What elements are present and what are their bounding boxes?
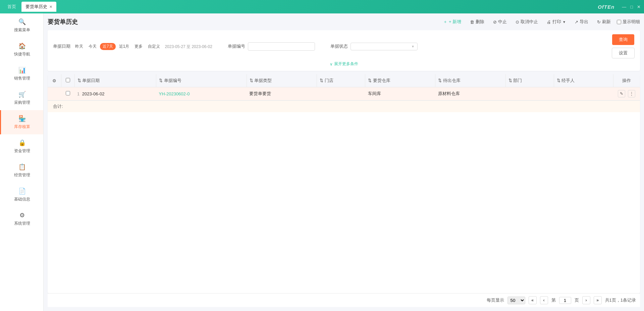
cancel-stop-button[interactable]: ⊙ 取消中止 — [513, 17, 541, 26]
row-index: 1 — [77, 91, 79, 96]
row-checkbox[interactable] — [66, 91, 70, 95]
table-header-row: ⚙ ⇅ 单据日期 ⇅ 单据编号 ⇅ 单据类型 — [48, 74, 640, 87]
show-detail-label: 显示明细 — [623, 19, 640, 25]
date-shortcut-yesterday[interactable]: 昨天 — [73, 43, 85, 50]
sidebar-item-quick-nav[interactable]: 🏠 快捷导航 — [0, 38, 43, 62]
filter-doc-no: 单据编号 — [228, 42, 315, 51]
print-dropdown-icon: ▼ — [562, 20, 566, 24]
sidebar-item-finance-mgmt[interactable]: 🔒 资金管理 — [0, 134, 43, 159]
table-body: 1 2023-06-02 YH-20230602-0 要货单要货 车间库 原材料… — [48, 87, 640, 100]
top-bar: 首页 要货单历史 ✕ OfTEn — □ ✕ — [0, 0, 644, 13]
close-btn[interactable]: ✕ — [637, 4, 641, 9]
row-pending-warehouse: 原材料仓库 — [435, 87, 505, 100]
setting-icon[interactable]: ⚙ — [52, 78, 56, 83]
filter-date: 单据日期 昨天 今天 近7天 近1月 更多 自定义 2023-05-27 至 2… — [53, 43, 212, 50]
table-row[interactable]: 1 2023-06-02 YH-20230602-0 要货单要货 车间库 原材料… — [48, 87, 640, 100]
main-table: ⚙ ⇅ 单据日期 ⇅ 单据编号 ⇅ 单据类型 — [48, 74, 640, 100]
finance-mgmt-icon: 🔒 — [18, 139, 26, 146]
expand-more-button[interactable]: ∨ 展开更多条件 — [330, 61, 358, 67]
tab-requisition-history[interactable]: 要货单历史 ✕ — [21, 2, 56, 12]
sidebar-item-inventory-calc[interactable]: 🏪 库存核算 — [0, 110, 43, 134]
show-detail-toggle[interactable]: 显示明细 — [617, 19, 640, 25]
footer-label: 合计: — [53, 104, 63, 109]
select-all-checkbox[interactable] — [66, 78, 70, 82]
date-shortcut-today[interactable]: 今天 — [87, 43, 99, 50]
last-page-button[interactable]: » — [594, 296, 602, 304]
tab-home[interactable]: 首页 — [3, 2, 20, 12]
ops-mgmt-icon: 📋 — [18, 163, 26, 171]
first-page-button[interactable]: « — [529, 296, 537, 304]
delete-icon: 🗑 — [470, 19, 474, 25]
prev-page-button[interactable]: ‹ — [540, 296, 548, 304]
col-handler-label: ⇅ 经手人 — [557, 78, 575, 83]
row-req-warehouse: 车间库 — [365, 87, 435, 100]
expand-more-label: 展开更多条件 — [334, 61, 358, 67]
row-edit-icon[interactable]: ✎ — [618, 90, 625, 97]
stop-button[interactable]: ⊘ 中止 — [490, 17, 509, 26]
export-button[interactable]: ↗ 导出 — [572, 17, 591, 26]
cancel-stop-icon: ⊙ — [516, 19, 519, 25]
status-select[interactable]: ▼ — [351, 43, 418, 50]
filter-area: 单据日期 昨天 今天 近7天 近1月 更多 自定义 2023-05-27 至 2… — [48, 30, 640, 71]
show-detail-checkbox[interactable] — [617, 20, 621, 24]
row-doc-no-link[interactable]: YH-20230602-0 — [159, 91, 190, 96]
refresh-button[interactable]: ↻ 刷新 — [594, 17, 613, 26]
system-mgmt-icon: ⚙ — [19, 212, 25, 219]
export-label: 导出 — [580, 19, 588, 25]
total-records-label: 共1页，1条记录 — [605, 297, 636, 303]
query-button[interactable]: 查询 — [612, 34, 634, 45]
tabs-area: 首页 要货单历史 ✕ — [3, 2, 598, 12]
date-shortcut-1month[interactable]: 近1月 — [117, 43, 131, 50]
sidebar-item-system-label: 系统管理 — [14, 221, 30, 226]
sidebar-item-basic-label: 基础信息 — [14, 196, 30, 202]
delete-button[interactable]: 🗑 删除 — [467, 17, 487, 26]
date-shortcut-7days[interactable]: 近7天 — [100, 43, 116, 50]
tab-requisition-label: 要货单历史 — [25, 4, 47, 10]
tab-close-icon[interactable]: ✕ — [49, 5, 52, 9]
col-handler: ⇅ 经手人 — [554, 74, 613, 87]
toolbar: ＋ + 新增 🗑 删除 ⊘ 中止 ⊙ 取消中止 🖨 打印 — [440, 17, 640, 26]
page-size-label: 每页显示 — [487, 297, 504, 303]
export-icon: ↗ — [575, 19, 578, 25]
status-label: 单据状态 — [330, 43, 348, 49]
sidebar-item-basic-info[interactable]: 📄 基础信息 — [0, 183, 43, 207]
sidebar-item-search-label: 搜索菜单 — [14, 27, 30, 33]
row-doc-type: 要货单要货 — [247, 87, 317, 100]
sidebar-item-ops-label: 经营管理 — [14, 172, 30, 178]
next-page-button[interactable]: › — [582, 296, 590, 304]
table-container: ⚙ ⇅ 单据日期 ⇅ 单据编号 ⇅ 单据类型 — [48, 74, 640, 293]
date-shortcut-custom[interactable]: 自定义 — [146, 43, 162, 50]
sidebar-item-ops-mgmt[interactable]: 📋 经营管理 — [0, 159, 43, 183]
minimize-btn[interactable]: — — [622, 4, 626, 9]
doc-no-input[interactable] — [248, 42, 315, 51]
col-pending-warehouse-label: ⇅ 待出仓库 — [438, 78, 461, 83]
row-more-icon[interactable]: ⋮ — [628, 90, 635, 97]
sidebar-item-search-menu[interactable]: 🔍 搜索菜单 — [0, 13, 43, 38]
delete-label: 删除 — [476, 19, 484, 25]
filter-settings-button[interactable]: 设置 — [612, 48, 635, 58]
tab-home-label: 首页 — [7, 4, 16, 10]
new-button[interactable]: ＋ + 新增 — [440, 17, 464, 26]
page-label: 页 — [575, 297, 579, 303]
status-dropdown-icon: ▼ — [411, 45, 415, 48]
sidebar-item-sales-mgmt[interactable]: 📊 销售管理 — [0, 62, 43, 86]
stop-label: 中止 — [498, 19, 507, 25]
table-header: ⚙ ⇅ 单据日期 ⇅ 单据编号 ⇅ 单据类型 — [48, 74, 640, 87]
date-shortcut-more[interactable]: 更多 — [132, 43, 145, 50]
refresh-label: 刷新 — [602, 19, 611, 25]
page-number-input[interactable] — [559, 297, 571, 304]
print-icon: 🖨 — [547, 19, 551, 25]
row-actions: ✎ ⋮ — [613, 87, 640, 100]
sidebar-item-purchase-mgmt[interactable]: 🛒 采购管理 — [0, 86, 43, 110]
quick-nav-icon: 🏠 — [18, 42, 26, 50]
new-icon: ＋ — [443, 19, 447, 25]
page-header: 要货单历史 ＋ + 新增 🗑 删除 ⊘ 中止 ⊙ 取消中止 — [48, 17, 640, 26]
maximize-btn[interactable]: □ — [630, 4, 633, 9]
col-store: ⇅ 门店 — [317, 74, 365, 87]
sales-mgmt-icon: 📊 — [18, 66, 26, 74]
print-button[interactable]: 🖨 打印 ▼ — [544, 17, 569, 26]
col-doc-no-label: ⇅ 单据编号 — [159, 78, 181, 83]
page-size-select[interactable]: 10 20 50 100 — [507, 297, 525, 304]
row-check — [61, 87, 74, 100]
sidebar-item-system-mgmt[interactable]: ⚙ 系统管理 — [0, 207, 43, 231]
